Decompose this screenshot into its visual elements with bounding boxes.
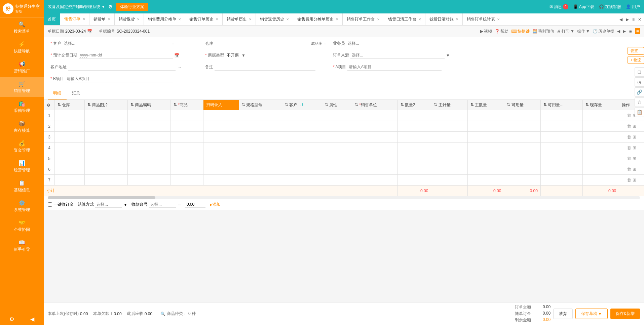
right-sidebar-btn-3[interactable]: 🔗: [635, 87, 644, 97]
sidebar-item-finance[interactable]: 💰 资金管理: [0, 137, 44, 157]
row-7-stock[interactable]: [582, 175, 619, 186]
row-4-code[interactable]: [128, 143, 171, 153]
tab-sales-return[interactable]: 销货退货 ✕: [115, 13, 144, 26]
collapse-icon[interactable]: ◀: [30, 316, 34, 322]
row-7-scan[interactable]: [203, 175, 239, 186]
address-input[interactable]: [68, 64, 176, 71]
row-2-product[interactable]: [171, 121, 203, 132]
tab-menu-icon[interactable]: ≡: [631, 16, 636, 23]
row-3-spec[interactable]: [239, 132, 282, 143]
tab-close-icon[interactable]: ✕: [336, 17, 338, 21]
sidebar-item-sales[interactable]: 🛒 销售管理: [0, 77, 44, 97]
print-action[interactable]: 🖨 打印 ▼: [557, 29, 574, 34]
row-3-main-qty[interactable]: [467, 132, 504, 143]
sidebar-item-marketing[interactable]: 📢 营销推广: [0, 57, 44, 77]
row-2-stock[interactable]: [582, 121, 619, 132]
row-6-spec[interactable]: [239, 164, 282, 175]
row-6-main-unit[interactable]: [431, 164, 468, 175]
save-new-button[interactable]: 保存&新增: [610, 309, 640, 319]
delete-row-icon[interactable]: 🗑: [627, 134, 631, 139]
tab-sales-slip-history[interactable]: 销货单历史 ✕: [223, 13, 256, 26]
sidebar-item-system[interactable]: ⚙️ 系统管理: [0, 196, 44, 216]
row-2-avail[interactable]: [504, 121, 541, 132]
tab-close-icon[interactable]: ✕: [82, 17, 85, 21]
right-sidebar-btn-2[interactable]: ◷: [635, 77, 644, 87]
row-6-attr[interactable]: [322, 164, 352, 175]
row-2-image[interactable]: [84, 121, 127, 132]
row-3-code[interactable]: [128, 132, 171, 143]
tab-close-icon[interactable]: ✕: [137, 17, 140, 21]
row-5-scan[interactable]: [203, 153, 239, 164]
right-sidebar-btn-1[interactable]: □: [635, 67, 644, 77]
payment-method-input[interactable]: [95, 201, 122, 208]
row-1-warehouse[interactable]: [55, 110, 85, 121]
row-2-warehouse[interactable]: [55, 121, 85, 132]
row-2-code[interactable]: [128, 121, 171, 132]
profit-action[interactable]: 🧮 毛利预估: [532, 29, 554, 34]
tab-sales-order[interactable]: 销售订单 ✕: [60, 13, 89, 26]
delete-row-icon[interactable]: 🗑: [627, 124, 631, 129]
row-7-image[interactable]: [84, 175, 127, 186]
copy-row-icon[interactable]: ⊞: [633, 177, 636, 182]
right-sidebar-btn-4[interactable]: ☆: [635, 97, 644, 107]
sidebar-item-enterprise[interactable]: 🤝 企业协同: [0, 216, 44, 236]
tab-close-icon[interactable]: ✕: [249, 17, 252, 21]
row-5-avail[interactable]: [504, 153, 541, 164]
online-service-button[interactable]: 🎧 在线客服: [599, 4, 621, 10]
solution-button[interactable]: 体验行业方案: [116, 3, 148, 11]
row-6-code[interactable]: [128, 164, 171, 175]
add-deposit-button[interactable]: ● 添加: [210, 202, 221, 207]
row-1-avail[interactable]: [504, 110, 541, 121]
row-3-qty2[interactable]: [397, 132, 431, 143]
row-5-avail2[interactable]: [540, 153, 582, 164]
save-draft-dropdown-arrow[interactable]: ▼: [598, 312, 602, 316]
row-2-scan[interactable]: [203, 121, 239, 132]
row-7-qty2[interactable]: [397, 175, 431, 186]
history-action[interactable]: 🕐 历史单据: [593, 29, 614, 34]
tab-close-icon[interactable]: ✕: [497, 17, 500, 21]
row-5-main-qty[interactable]: [467, 153, 504, 164]
one-click-deposit-input[interactable]: [48, 202, 52, 207]
tab-sales-expense[interactable]: 销售费用分摊单 ✕: [144, 13, 185, 26]
row-6-qty2[interactable]: [397, 164, 431, 175]
row-5-customer[interactable]: [282, 153, 322, 164]
row-7-avail2[interactable]: [540, 175, 582, 186]
row-2-qty2[interactable]: [397, 121, 431, 132]
row-2-unit[interactable]: [352, 121, 397, 132]
sidebar-item-search[interactable]: 🔍 搜索菜单: [0, 18, 44, 38]
row-4-unit[interactable]: [352, 143, 397, 153]
sidebar-item-inventory[interactable]: 📦 库存核算: [0, 117, 44, 137]
row-5-warehouse[interactable]: [55, 153, 85, 164]
row-4-image[interactable]: [84, 143, 127, 153]
row-5-attr[interactable]: [322, 153, 352, 164]
row-2-main-qty[interactable]: [467, 121, 504, 132]
row-1-scan[interactable]: [203, 110, 239, 121]
row-4-qty2[interactable]: [397, 143, 431, 153]
account-input[interactable]: [149, 201, 176, 208]
operation-action[interactable]: 操作 ▼: [577, 29, 590, 34]
settings-bottom-icon[interactable]: ⚙: [9, 316, 14, 322]
b-project-input[interactable]: [65, 75, 173, 82]
row-3-main-unit[interactable]: [431, 132, 468, 143]
customer-input[interactable]: [63, 40, 170, 47]
customer-more-icon[interactable]: ···: [172, 41, 176, 46]
tab-close-icon[interactable]: ✕: [216, 17, 218, 21]
row-1-attr[interactable]: [322, 110, 352, 121]
row-4-scan[interactable]: [203, 143, 239, 153]
address-more-icon[interactable]: ···: [178, 65, 181, 70]
row-2-spec[interactable]: [239, 121, 282, 132]
row-4-warehouse[interactable]: [55, 143, 85, 153]
tab-prev-arrow[interactable]: ◀: [618, 16, 624, 23]
tab-sales-order-history[interactable]: 销售订单历史 ✕: [185, 13, 223, 26]
row-1-main-qty[interactable]: [467, 110, 504, 121]
tab-sales-slip[interactable]: 销货单 ✕: [89, 13, 115, 26]
row-1-avail2[interactable]: [540, 110, 582, 121]
row-7-unit[interactable]: [352, 175, 397, 186]
row-6-scan[interactable]: [203, 164, 239, 175]
add-logistics-button[interactable]: + 物流: [628, 56, 644, 64]
scroll-thumb[interactable]: [48, 196, 155, 199]
row-1-product[interactable]: [171, 110, 203, 121]
row-7-customer[interactable]: [282, 175, 322, 186]
delivery-calendar-icon[interactable]: 📅: [174, 53, 179, 58]
copy-row-icon[interactable]: ⊞: [633, 124, 636, 129]
